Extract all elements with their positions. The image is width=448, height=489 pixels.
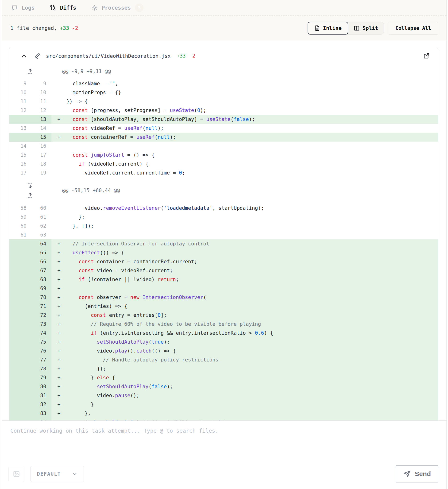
code-line — [66, 230, 438, 239]
expand-up-button[interactable] — [27, 191, 34, 200]
tab-logs-label: Logs — [22, 5, 34, 11]
diff-row-added: 83+ }, — [9, 409, 438, 418]
code-line: // Handle autoplay policy restrictions — [66, 355, 438, 364]
new-line-number: 82 — [30, 400, 51, 409]
collapse-all-button[interactable]: Collapse All — [389, 22, 438, 34]
send-button-label: Send — [415, 470, 431, 478]
diff-row-context: 1314 const videoRef = useRef(null); — [9, 124, 438, 133]
new-line-number: 14 — [30, 124, 51, 133]
inline-view-label: Inline — [323, 25, 342, 31]
code-line: (entries) => { — [66, 302, 438, 311]
code-line: if (!container || !video) return; — [66, 275, 438, 284]
tab-logs[interactable]: Logs — [11, 4, 34, 11]
message-input[interactable] — [2, 421, 446, 447]
old-line-number: 15 — [9, 151, 30, 159]
new-line-number: 81 — [30, 391, 51, 400]
diff-row-added: 79+ } else { — [9, 373, 438, 382]
diff-sign: + — [51, 355, 66, 364]
diff-sign — [51, 168, 66, 177]
new-line-number: 17 — [30, 151, 51, 159]
code-line: motionProps = {} — [66, 88, 438, 97]
new-line-number: 67 — [30, 266, 51, 275]
tab-processes-label: Processes — [102, 5, 131, 11]
code-line: videoRef.current.currentTime = 0; — [66, 168, 438, 177]
diff-sign — [51, 97, 66, 106]
diff-sign: + — [51, 320, 66, 329]
new-line-number: 76 — [30, 346, 51, 355]
hunk-header-text: @@ -58,15 +60,44 @@ — [62, 186, 120, 195]
old-line-number — [9, 373, 30, 382]
new-line-number: 65 — [30, 248, 51, 257]
diff-row-added: 71+ (entries) => { — [9, 302, 438, 311]
hunk-header-row: @@ -9,9 +9,11 @@ — [9, 64, 438, 79]
attach-image-button[interactable] — [8, 466, 24, 482]
diff-sign — [51, 212, 66, 221]
diff-sign: + — [51, 382, 66, 391]
diff-row-added: 68+ if (!container || !video) return; — [9, 275, 438, 284]
old-line-number: 58 — [9, 204, 30, 212]
split-view-button[interactable]: Split — [348, 22, 384, 34]
open-file-external-button[interactable] — [423, 53, 430, 59]
new-line-number: 78 — [30, 364, 51, 373]
new-line-number: 72 — [30, 311, 51, 320]
diff-sign — [51, 79, 66, 88]
new-line-number: 69 — [30, 284, 51, 293]
diff-row-added: 84+ { threshold: 0.6 } // 60% visibility… — [9, 418, 438, 420]
diff-row-context: 99 className = "", — [9, 79, 438, 88]
code-line: const jumpToStart = () => { — [66, 151, 438, 159]
diff-panel: src/components/ui/VideoWithDecoration.js… — [2, 41, 446, 420]
model-selector[interactable]: DEFAULT — [31, 466, 84, 482]
diff-row-added: 75+ setShouldAutoPlay(true); — [9, 337, 438, 346]
tab-diffs[interactable]: Diffs — [49, 4, 76, 11]
code-line: const container = containerRef.current; — [66, 257, 438, 266]
collapse-file-button[interactable] — [21, 53, 27, 59]
tab-processes[interactable]: Processes 3 — [91, 4, 144, 12]
code-line: useEffect(() => { — [66, 248, 438, 257]
diff-row-added: 69+ — [9, 284, 438, 293]
hunk-gutter — [9, 181, 51, 200]
diff-row-added: 81+ video.pause(); — [9, 391, 438, 400]
send-icon — [403, 470, 411, 478]
expand-down-button[interactable] — [27, 181, 34, 190]
tab-diffs-label: Diffs — [60, 5, 76, 11]
pencil-icon — [34, 53, 40, 59]
old-line-number — [9, 355, 30, 364]
diff-sign — [51, 204, 66, 212]
image-icon — [13, 470, 20, 478]
expand-up-button[interactable] — [27, 67, 34, 76]
new-line-number: 19 — [30, 168, 51, 177]
new-line-number: 16 — [30, 142, 51, 151]
old-line-number — [9, 382, 30, 391]
git-compare-icon — [49, 4, 56, 11]
diff-row-added: 77+ // Handle autoplay policy restrictio… — [9, 355, 438, 364]
new-line-number: 11 — [30, 97, 51, 106]
old-line-number — [9, 311, 30, 320]
tab-bar: Logs Diffs Processes 3 — [2, 0, 446, 16]
code-line: }, — [66, 409, 438, 418]
model-selector-label: DEFAULT — [37, 471, 61, 477]
code-line: }); — [66, 364, 438, 373]
inline-view-button[interactable]: Inline — [308, 22, 348, 34]
code-line: }, []); — [66, 221, 438, 230]
old-line-number — [9, 239, 30, 248]
diff-sign — [51, 151, 66, 159]
new-line-number: 12 — [30, 106, 51, 115]
diff-sign: + — [51, 293, 66, 302]
hunk-header-text: @@ -9,9 +9,11 @@ — [62, 67, 111, 76]
diff-row-context: 1111}) => { — [9, 97, 438, 106]
code-line: const entry = entries[0]; — [66, 311, 438, 320]
diff-row-added: 66+ const container = containerRef.curre… — [9, 257, 438, 266]
new-line-number: 61 — [30, 212, 51, 221]
split-view-label: Split — [362, 25, 378, 31]
send-button[interactable]: Send — [396, 465, 438, 482]
diff-row-context: 1212 const [progress, setProgress] = use… — [9, 106, 438, 115]
new-line-number: 68 — [30, 275, 51, 284]
old-line-number — [9, 391, 30, 400]
diff-row-added: 70+ const observer = new IntersectionObs… — [9, 293, 438, 302]
code-line: if (videoRef.current) { — [66, 159, 438, 168]
code-line: const observer = new IntersectionObserve… — [66, 293, 438, 302]
diff-row-added: 72+ const entry = entries[0]; — [9, 311, 438, 320]
file-additions: +33 — [177, 53, 186, 59]
code-line: setShouldAutoPlay(false); — [66, 382, 438, 391]
code-line: // Require 60% of the video to be visibl… — [66, 320, 438, 329]
